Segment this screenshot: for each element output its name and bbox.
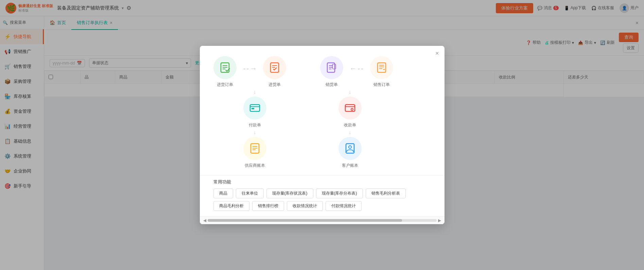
arrow-left-1: - - → — [350, 64, 363, 73]
func-btn-8[interactable]: 付款情况统计 — [326, 201, 362, 211]
node-customer-ledger-circle — [338, 137, 362, 160]
svg-rect-11 — [332, 64, 336, 69]
node-sales-bill-circle — [320, 56, 343, 79]
node-sales-bill[interactable]: 销货单 — [320, 56, 343, 88]
node-purchase-order-label: 进货订单 — [217, 82, 233, 88]
func-btn-0[interactable]: 商品 — [213, 188, 233, 198]
node-payment-circle — [243, 96, 266, 120]
node-payment[interactable]: 付款单 — [243, 96, 266, 128]
node-purchase-order-circle — [213, 56, 237, 79]
workflow-diagram: 进货订单 - - → 进货单 — [200, 46, 445, 175]
node-purchase-receipt-circle — [263, 56, 286, 79]
func-btn-5[interactable]: 商品毛利分析 — [213, 201, 249, 211]
func-btn-3[interactable]: 现存量(库存分布表) — [316, 188, 363, 198]
node-sales-bill-label: 销货单 — [326, 82, 338, 88]
node-receipt[interactable]: 收款单 — [338, 96, 362, 128]
node-receipt-circle — [338, 96, 362, 120]
quick-nav-modal: × 进货订单 - - → — [200, 46, 445, 224]
node-supplier-ledger-label: 供应商账本 — [245, 163, 265, 168]
arrow-down-2: ↓ — [349, 88, 351, 96]
func-buttons: 商品往来单位现存量(库存状况表)现存量(库存分布表)销售毛利分析表商品毛利分析销… — [213, 188, 431, 211]
func-btn-6[interactable]: 销售排行榜 — [252, 201, 284, 211]
func-btn-7[interactable]: 收款情况统计 — [287, 201, 323, 211]
node-sales-order-label: 销售订单 — [373, 82, 390, 88]
svg-rect-18 — [251, 108, 254, 109]
arrow-down-3: ↓ — [254, 128, 256, 137]
node-sales-order[interactable]: 销售订单 — [370, 56, 393, 88]
node-customer-ledger-label: 客户账本 — [342, 163, 358, 168]
arrow-right-1: - - → — [243, 64, 257, 73]
modal-scrollbar: ◀ ▶ — [200, 216, 445, 224]
node-purchase-order[interactable]: 进货订单 — [213, 56, 237, 88]
node-receipt-label: 收款单 — [344, 122, 356, 128]
modal-close-btn[interactable]: × — [435, 50, 439, 57]
scrollbar-track[interactable] — [208, 219, 437, 222]
func-btn-2[interactable]: 现存量(库存状况表) — [266, 188, 313, 198]
node-supplier-ledger-circle — [243, 137, 266, 160]
svg-point-27 — [349, 146, 351, 148]
svg-rect-12 — [378, 63, 386, 72]
arrow-down-4: ↓ — [349, 128, 351, 137]
arrow-down-1: ↓ — [254, 88, 256, 96]
scroll-left-btn[interactable]: ◀ — [203, 218, 206, 223]
svg-rect-16 — [250, 105, 260, 111]
svg-point-21 — [351, 108, 353, 110]
func-btn-1[interactable]: 往来单位 — [236, 188, 264, 198]
common-functions: 常用功能 商品往来单位现存量(库存状况表)现存量(库存分布表)销售毛利分析表商品… — [200, 175, 445, 216]
node-supplier-ledger[interactable]: 供应商账本 — [243, 137, 266, 168]
svg-rect-19 — [345, 105, 355, 111]
node-customer-ledger[interactable]: 客户账本 — [338, 137, 362, 168]
node-sales-order-circle — [370, 56, 393, 79]
node-purchase-receipt[interactable]: 进货单 — [263, 56, 286, 88]
scrollbar-thumb[interactable] — [208, 219, 402, 222]
scroll-right-btn[interactable]: ▶ — [438, 218, 441, 223]
node-purchase-receipt-label: 进货单 — [268, 82, 281, 88]
common-funcs-title: 常用功能 — [213, 179, 431, 185]
modal-overlay[interactable]: × 进货订单 - - → — [0, 0, 644, 270]
func-btn-4[interactable]: 销售毛利分析表 — [366, 188, 406, 198]
node-payment-label: 付款单 — [249, 122, 261, 128]
